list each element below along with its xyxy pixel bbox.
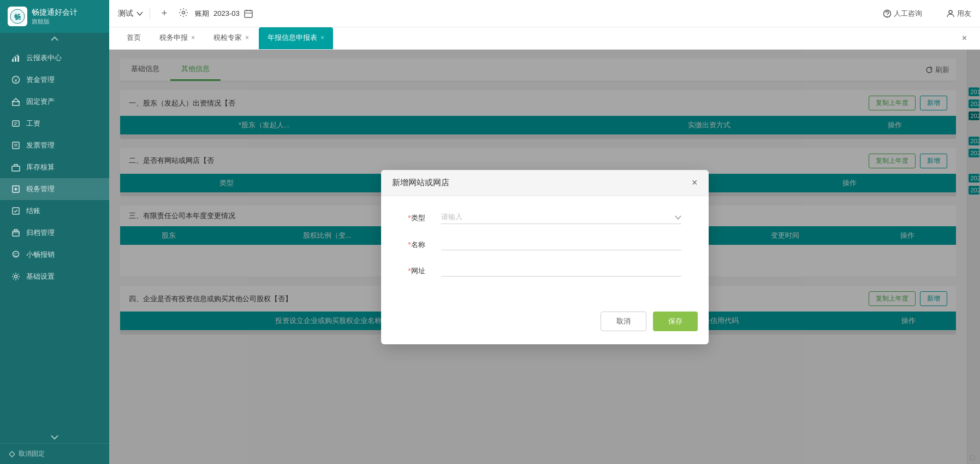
user-button[interactable]: 用友	[946, 9, 971, 19]
archive-icon	[11, 228, 21, 238]
support-button[interactable]: 人工咨询	[883, 9, 922, 19]
svg-rect-21	[14, 230, 17, 231]
payroll-icon	[11, 119, 21, 128]
tab-tax-expert[interactable]: 税检专家 ×	[205, 27, 258, 49]
settings-icon	[11, 272, 21, 281]
form-field-type: *类型	[408, 213, 681, 224]
accounting-icon	[11, 206, 21, 216]
app-logo: 畅	[8, 7, 27, 26]
save-button[interactable]: 保存	[653, 312, 698, 331]
content-area: 基础信息 其他信息 刷新 一、股东（发起人）出资情况【否 复	[109, 50, 980, 464]
url-input[interactable]	[441, 266, 681, 274]
sidebar-header: 畅 畅捷通好会计 旗舰版	[0, 0, 109, 33]
dialog-overlay: 新增网站或网店 × *类型	[109, 50, 980, 464]
topbar-divider	[150, 8, 150, 19]
tab-tax-report-close[interactable]: ×	[191, 34, 195, 42]
settings-button[interactable]	[179, 8, 188, 20]
name-input-wrap	[441, 239, 681, 250]
company-name: 测试	[118, 9, 133, 19]
name-input[interactable]	[441, 239, 681, 248]
cloud-report-icon	[11, 53, 21, 63]
svg-point-24	[15, 275, 17, 278]
svg-rect-4	[17, 56, 19, 62]
add-website-dialog: 新增网站或网店 × *类型	[381, 170, 709, 344]
sidebar-item-cloud-report[interactable]: 云报表中心	[0, 47, 109, 69]
tab-annual-report[interactable]: 年报信息申报表 ×	[259, 27, 333, 49]
sidebar-item-label: 发票管理	[26, 140, 55, 150]
sidebar-item-tax[interactable]: 税务管理	[0, 178, 109, 200]
add-button[interactable]: +	[157, 6, 172, 21]
sidebar-scroll-up[interactable]	[0, 33, 109, 45]
sidebar-item-label: 固定资产	[26, 97, 55, 107]
required-star-name: *	[408, 240, 411, 249]
form-field-url: *网址	[408, 266, 681, 277]
sidebar-item-settings[interactable]: 基础设置	[0, 266, 109, 287]
svg-rect-26	[245, 10, 252, 17]
tab-tax-expert-label: 税检专家	[213, 33, 242, 43]
svg-rect-2	[12, 59, 14, 62]
sidebar-item-payroll[interactable]: 工资	[0, 113, 109, 134]
sidebar-item-archive[interactable]: 归档管理	[0, 222, 109, 244]
svg-text:C: C	[14, 251, 18, 257]
sidebar-item-fixed-assets[interactable]: 固定资产	[0, 91, 109, 113]
main-close-button[interactable]: ×	[958, 29, 971, 48]
dialog-close-button[interactable]: ×	[692, 178, 698, 187]
sidebar-item-label: 云报表中心	[26, 53, 62, 63]
svg-point-32	[949, 10, 952, 14]
period-value: 2023-03	[213, 9, 240, 17]
sidebar-item-fund[interactable]: ¥ 资金管理	[0, 69, 109, 91]
url-label: *网址	[408, 266, 441, 276]
dropdown-arrow-type[interactable]	[675, 213, 681, 221]
svg-rect-3	[15, 57, 16, 62]
required-star-url: *	[408, 267, 411, 275]
period-label: 账期	[195, 9, 209, 19]
tab-tax-report[interactable]: 税务申报 ×	[151, 27, 204, 49]
dialog-footer: 取消 保存	[381, 303, 709, 344]
tab-annual-report-label: 年报信息申报表	[268, 33, 317, 43]
sidebar-item-invoice[interactable]: 发票管理	[0, 134, 109, 156]
dialog-title: 新增网站或网店	[392, 178, 449, 188]
sidebar-item-accounting[interactable]: 结账	[0, 200, 109, 222]
cancel-fixed-btn[interactable]: 取消固定	[0, 443, 109, 464]
tab-home-label: 首页	[127, 33, 141, 43]
sidebar-item-inventory[interactable]: 库存核算	[0, 156, 109, 178]
dialog-body: *类型 *名称	[381, 196, 709, 303]
fixed-assets-icon	[11, 97, 21, 107]
sidebar-item-label: 资金管理	[26, 75, 55, 85]
svg-rect-7	[13, 102, 19, 105]
svg-point-25	[182, 11, 185, 14]
type-input[interactable]	[441, 213, 675, 221]
period-display: 账期 2023-03	[195, 9, 253, 19]
sidebar-item-label: 工资	[26, 119, 40, 128]
app-subtitle: 旗舰版	[32, 17, 78, 26]
sidebar-item-label: 小畅报销	[26, 250, 55, 260]
sidebar-item-label: 基础设置	[26, 272, 55, 281]
sidebar-item-label: 税务管理	[26, 184, 55, 194]
topbar: 测试 + 账期 2023-03 人工咨询 用友	[109, 0, 980, 27]
dialog-header: 新增网站或网店 ×	[381, 170, 709, 196]
fund-icon: ¥	[11, 75, 21, 85]
tabs-bar: 首页 税务申报 × 税检专家 × 年报信息申报表 × ×	[109, 27, 980, 50]
svg-point-31	[887, 16, 888, 17]
name-label: *名称	[408, 240, 441, 250]
app-title: 畅捷通好会计	[32, 7, 78, 17]
tab-tax-report-label: 税务申报	[159, 33, 188, 43]
sidebar-scroll-down[interactable]	[0, 431, 109, 443]
svg-text:畅: 畅	[14, 13, 21, 21]
svg-rect-11	[13, 142, 19, 149]
company-selector[interactable]: 测试	[118, 9, 143, 19]
tab-tax-expert-close[interactable]: ×	[245, 34, 249, 42]
tab-home[interactable]: 首页	[118, 27, 150, 49]
cancel-button[interactable]: 取消	[601, 312, 646, 331]
svg-rect-19	[13, 231, 19, 236]
user-label: 用友	[957, 9, 971, 19]
tab-annual-report-close[interactable]: ×	[320, 34, 324, 42]
invoice-icon	[11, 140, 21, 150]
required-star-type: *	[408, 214, 411, 222]
sidebar-item-xiaochang[interactable]: C 小畅报销	[0, 244, 109, 266]
sidebar-nav: 云报表中心 ¥ 资金管理 固定资产 工资	[0, 45, 109, 431]
sidebar-item-label: 库存核算	[26, 162, 55, 172]
main-area: 测试 + 账期 2023-03 人工咨询 用友	[109, 0, 980, 464]
form-field-name: *名称	[408, 239, 681, 250]
xiaochang-icon: C	[11, 250, 21, 260]
